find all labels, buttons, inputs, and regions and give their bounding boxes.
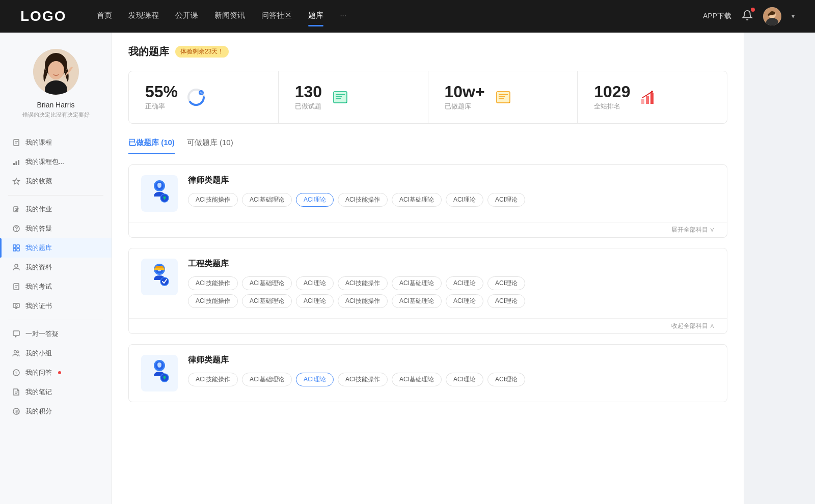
app-download[interactable]: APP下载 — [703, 12, 731, 21]
sidebar-item-questions[interactable]: ? 我的问答 — [0, 363, 112, 382]
nav-home[interactable]: 首页 — [97, 11, 112, 22]
nav-qa[interactable]: 问答社区 — [261, 11, 292, 22]
tag-0-2[interactable]: ACI理论 — [296, 193, 334, 207]
rank-icon — [638, 87, 659, 107]
tag-1r-1[interactable]: ACI基础理论 — [242, 294, 292, 308]
sidebar-item-homework[interactable]: 我的作业 — [0, 200, 112, 219]
nav-exam[interactable]: 题库 — [308, 11, 323, 22]
divider-1 — [8, 195, 103, 195]
sidebar-item-package[interactable]: 我的课程包... — [0, 152, 112, 172]
tag-2-4[interactable]: ACI基础理论 — [392, 373, 442, 386]
sidebar-item-profile[interactable]: 我的资料 — [0, 258, 112, 277]
expand-link-1[interactable]: 收起全部科目 ∧ — [671, 322, 715, 330]
stat-done-q-text: 130 已做试题 — [295, 83, 322, 111]
svg-rect-23 — [14, 284, 19, 290]
tag-0-5[interactable]: ACI理论 — [446, 193, 483, 207]
divider-2 — [8, 320, 103, 320]
sidebar: Brian Harris 错误的决定比没有决定要好 我的课程 我的课程包... — [0, 33, 112, 504]
tag-2-3[interactable]: ACI技能操作 — [338, 373, 388, 386]
sidebar-label-1on1: 一对一答疑 — [25, 329, 59, 339]
tag-1-5[interactable]: ACI理论 — [446, 276, 483, 290]
logo[interactable]: LOGO — [20, 8, 66, 24]
svg-rect-50 — [641, 99, 644, 104]
tag-1r-3[interactable]: ACI技能操作 — [338, 294, 388, 308]
sidebar-motto: 错误的决定比没有决定要好 — [22, 111, 90, 119]
tag-0-6[interactable]: ACI理论 — [487, 193, 525, 207]
sidebar-item-group[interactable]: 我的小组 — [0, 344, 112, 363]
svg-rect-19 — [17, 245, 19, 247]
nav-open-course[interactable]: 公开课 — [175, 11, 198, 22]
tag-1-1[interactable]: ACI基础理论 — [242, 276, 292, 290]
page-wrapper: Brian Harris 错误的决定比没有决定要好 我的课程 我的课程包... — [0, 33, 815, 504]
sidebar-item-qa[interactable]: 我的答疑 — [0, 219, 112, 238]
sidebar-label-bank: 我的题库 — [25, 243, 52, 253]
done-q-icon — [330, 87, 350, 107]
tab-todo[interactable]: 可做题库 (10) — [187, 138, 233, 154]
tag-0-3[interactable]: ACI技能操作 — [338, 193, 388, 207]
file-icon — [12, 283, 20, 291]
sidebar-item-favorites[interactable]: 我的收藏 — [0, 172, 112, 191]
svg-point-17 — [16, 230, 17, 231]
avatar[interactable] — [763, 7, 781, 25]
tag-1-6[interactable]: ACI理论 — [487, 276, 525, 290]
tag-0-0[interactable]: ACI技能操作 — [188, 193, 238, 207]
svg-rect-51 — [646, 96, 649, 104]
svg-rect-60 — [154, 268, 165, 270]
tag-2-0[interactable]: ACI技能操作 — [188, 373, 238, 386]
sidebar-label-homework: 我的作业 — [25, 205, 52, 214]
svg-rect-12 — [18, 160, 19, 165]
sidebar-item-bank[interactable]: 我的题库 — [0, 238, 112, 258]
tag-1r-4[interactable]: ACI基础理论 — [392, 294, 442, 308]
accuracy-icon: % — [186, 87, 206, 107]
bank-card-0-icon — [141, 175, 178, 212]
sidebar-item-points[interactable]: 积 我的积分 — [0, 402, 112, 421]
sidebar-label-profile: 我的资料 — [25, 263, 52, 272]
tab-done[interactable]: 已做题库 (10) — [128, 138, 175, 154]
tag-0-4[interactable]: ACI基础理论 — [392, 193, 442, 207]
nav-more[interactable]: ··· — [340, 11, 346, 22]
stat-done-questions: 130 已做试题 — [279, 71, 428, 123]
bank-card-0-body: 律师类题库 ACI技能操作 ACI基础理论 ACI理论 ACI技能操作 ACI基… — [188, 175, 715, 212]
bank-card-2-title: 律师类题库 — [188, 355, 715, 366]
bank-card-2-icon — [141, 355, 178, 391]
svg-point-22 — [15, 264, 18, 267]
nav-news[interactable]: 新闻资讯 — [214, 11, 245, 22]
tag-2-6[interactable]: ACI理论 — [487, 373, 525, 386]
svg-text:%: % — [200, 91, 204, 95]
svg-text:?: ? — [15, 371, 17, 376]
tag-1-4[interactable]: ACI基础理论 — [392, 276, 442, 290]
svg-rect-46 — [497, 92, 510, 103]
sidebar-item-cert[interactable]: 我的证书 — [0, 296, 112, 316]
svg-point-31 — [17, 351, 19, 353]
sidebar-menu: 我的课程 我的课程包... 我的收藏 — [0, 129, 112, 425]
avatar-chevron[interactable]: ▾ — [792, 13, 795, 20]
nav-discover[interactable]: 发现课程 — [128, 11, 159, 22]
tag-2-1[interactable]: ACI基础理论 — [242, 373, 292, 386]
tag-1-3[interactable]: ACI技能操作 — [338, 276, 388, 290]
notification-badge — [751, 8, 755, 12]
tag-2-2[interactable]: ACI理论 — [296, 373, 334, 386]
sidebar-label-group: 我的小组 — [25, 349, 52, 358]
tag-1r-6[interactable]: ACI理论 — [487, 294, 525, 308]
sidebar-item-notes[interactable]: 我的笔记 — [0, 382, 112, 402]
sidebar-item-1on1[interactable]: 一对一答疑 — [0, 324, 112, 344]
tag-1r-2[interactable]: ACI理论 — [296, 294, 334, 308]
sidebar-item-course[interactable]: 我的课程 — [0, 133, 112, 152]
tag-1-2[interactable]: ACI理论 — [296, 276, 334, 290]
tabs: 已做题库 (10) 可做题库 (10) — [128, 138, 727, 154]
tag-1-0[interactable]: ACI技能操作 — [188, 276, 238, 290]
tag-0-1[interactable]: ACI基础理论 — [242, 193, 292, 207]
expand-link-0[interactable]: 展开全部科目 ∨ — [671, 226, 715, 234]
sidebar-label-notes: 我的笔记 — [25, 387, 52, 397]
grid-icon — [12, 244, 20, 252]
svg-text:积: 积 — [15, 410, 19, 414]
bank-card-0-footer: 展开全部科目 ∨ — [129, 222, 727, 237]
tag-2-5[interactable]: ACI理论 — [446, 373, 483, 386]
sidebar-label-exam: 我的考试 — [25, 282, 52, 291]
bank-card-1-tags-row2: ACI技能操作 ACI基础理论 ACI理论 ACI技能操作 ACI基础理论 AC… — [188, 294, 715, 308]
tag-1r-0[interactable]: ACI技能操作 — [188, 294, 238, 308]
notification-bell[interactable] — [742, 10, 753, 23]
sidebar-item-exam[interactable]: 我的考试 — [0, 277, 112, 296]
sidebar-label-package: 我的课程包... — [25, 157, 64, 166]
tag-1r-5[interactable]: ACI理论 — [446, 294, 483, 308]
